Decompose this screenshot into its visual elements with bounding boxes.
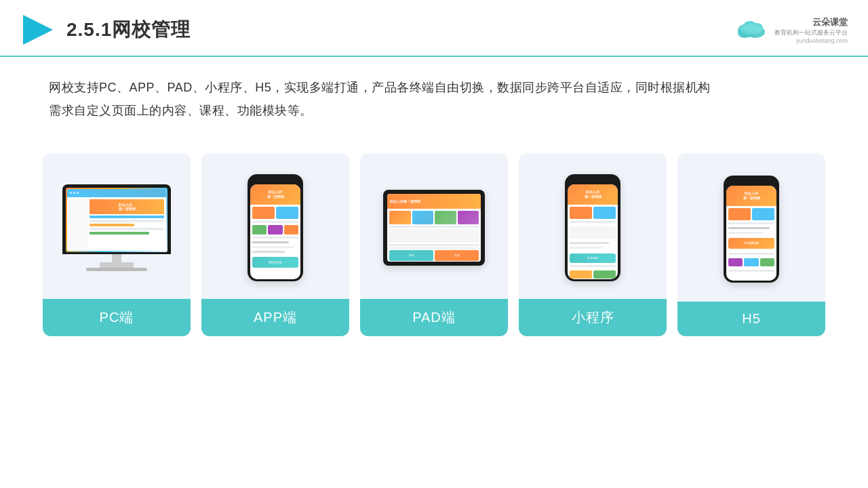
card-pad-image: 职达人的第一堂网课 (360, 153, 508, 299)
card-miniprogram: 职达人的第一堂网课 推荐课程 (519, 153, 667, 336)
phone-mockup-h5: 职达人的第一堂网课 H5页面内容 (724, 176, 779, 283)
description: 网校支持PC、APP、PAD、小程序、H5，实现多端打通，产品各终端自由切换，数… (0, 57, 868, 134)
logo-name: 云朵课堂 (812, 16, 848, 28)
card-pc-label: PC端 (43, 299, 191, 336)
header: 2.5.1网校管理 云朵课堂 教育机构一站式服务云平台 yunduoketang… (0, 0, 868, 57)
header-left: 2.5.1网校管理 (20, 12, 191, 47)
card-miniprogram-label: 小程序 (519, 299, 667, 336)
card-miniprogram-image: 职达人的第一堂网课 推荐课程 (519, 153, 667, 299)
phone-mockup-app: 职达人的第一堂网课 (248, 174, 303, 281)
tablet-mockup: 职达人的第一堂网课 (383, 190, 485, 266)
logo-area: 云朵课堂 教育机构一站式服务云平台 yunduoketang.com (734, 16, 848, 44)
card-pc-image: 职达人的第一堂网课 (43, 153, 191, 299)
phone-mockup-mini: 职达人的第一堂网课 推荐课程 (565, 174, 620, 281)
logo-slogan: 教育机构一站式服务云平台 (774, 28, 848, 37)
card-app-image: 职达人的第一堂网课 (201, 153, 349, 299)
play-icon (20, 12, 56, 47)
page-title: 2.5.1网校管理 (66, 17, 191, 43)
logo-url: yunduoketang.com (796, 37, 848, 44)
cloud-logo-icon (734, 16, 769, 44)
card-h5-label: H5 (677, 302, 825, 336)
card-h5-image: 职达人的第一堂网课 H5页面内容 (677, 153, 825, 302)
card-pad: 职达人的第一堂网课 (360, 153, 508, 336)
description-line1: 网校支持PC、APP、PAD、小程序、H5，实现多端打通，产品各终端自由切换，数… (49, 76, 819, 99)
description-line2: 需求自定义页面上的内容、课程、功能模块等。 (49, 99, 819, 122)
card-pad-label: PAD端 (360, 299, 508, 336)
card-app: 职达人的第一堂网课 (201, 153, 349, 336)
card-app-label: APP端 (201, 299, 349, 336)
card-pc: 职达人的第一堂网课 (43, 153, 191, 336)
cards-container: 职达人的第一堂网课 (0, 141, 868, 336)
svg-marker-0 (23, 15, 53, 45)
logo-text: 云朵课堂 教育机构一站式服务云平台 yunduoketang.com (774, 16, 848, 44)
svg-point-6 (741, 24, 762, 35)
pc-mockup: 职达人的第一堂网课 (62, 184, 171, 271)
card-h5: 职达人的第一堂网课 H5页面内容 (677, 153, 825, 336)
